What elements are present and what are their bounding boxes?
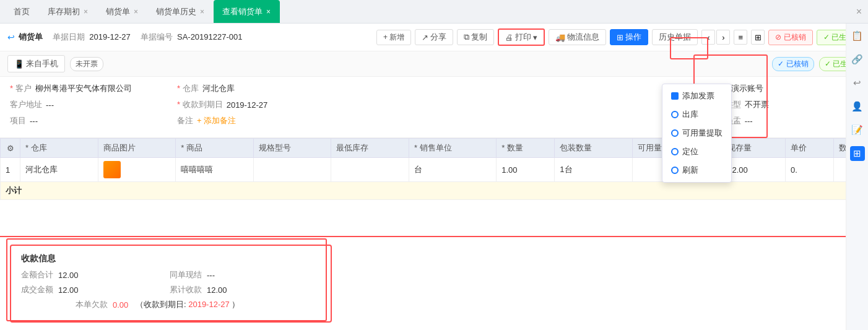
total-value: 12.00 [58,271,79,280]
due-date-field: 收款到期日 2019-12-27 [177,99,332,110]
print-icon: 🖨 [505,33,513,42]
tab-home[interactable]: 首页 [5,0,39,23]
doc-no: 单据编号 SA-20191227-001 [141,32,243,43]
col-price: 单价 [786,139,834,158]
doc-icon: ↩ [7,32,15,42]
project-field: 项目 --- [10,115,165,126]
logistics-button[interactable]: 🚚 物流信息 [549,29,606,45]
note-field: 备注 + 添加备注 [177,115,332,126]
operate-button[interactable]: ⊞ 操作 [610,29,648,45]
tab-sales-history-close[interactable]: × [200,7,204,16]
total-label: 金额合计 [21,269,53,280]
toolbar: + 新增 ↗ 分享 ⧉ 复制 🖨 打印 ▾ 🚚 物流信息 ⊞ 操作 [376,28,861,46]
side-icon-link[interactable]: 🔗 [850,52,865,67]
project-value: --- [30,116,38,126]
refresh-label: 刷新 [682,165,698,176]
add-invoice-item[interactable]: 添加发票 [662,87,731,105]
products-table: ⚙ * 仓库 商品图片 * 商品 规格型号 最低库存 * 销售单位 * 数量 包… [0,138,868,200]
add-note-button[interactable]: + 添加备注 [197,115,236,126]
locate-label: 定位 [682,146,698,157]
due-date-label: 收款到期日 [177,99,223,110]
tab-sales-history-label: 销货单历史 [156,6,196,17]
row-pack-qty: 1台 [555,158,633,182]
main-content: ↩ 销货单 单据日期 2019-12-27 单据编号 SA-20191227-0… [0,24,868,330]
date-label: 单据日期 2019-12-27 [53,32,131,43]
payment-info-box: 收款信息 金额合计 12.00 同单现结 --- 成交金额 12.00 累计收款 [10,245,332,323]
customer-value: 柳州粤港平安气体有限公司 [35,83,132,94]
col-warehouse: * 仓库 [20,139,98,158]
side-icon-note[interactable]: 📝 [850,123,865,137]
refresh-item[interactable]: 刷新 [662,161,731,180]
tab-inventory-close[interactable]: × [84,7,88,16]
due-date-value: 2019-12-27 [227,100,268,110]
form-area: 客户 柳州粤港平安气体有限公司 仓库 河北仓库 业务员 演示账号 客户地址 --… [0,77,868,138]
locate-icon [671,148,679,155]
doc-meta: 单据日期 2019-12-27 单据编号 SA-20191227-001 [53,32,376,43]
side-icon-expand[interactable]: ⊞ [850,146,865,161]
nav-next-button[interactable]: › [716,30,730,45]
tab-view-sales[interactable]: 查看销货单 × [214,0,280,23]
cancelled-button[interactable]: ⊘ 已核销 [768,30,812,45]
add-invoice-label: 添加发票 [682,90,714,102]
outbound-label: 出库 [682,109,698,120]
address-value: --- [46,100,54,110]
table-area: ⚙ * 仓库 商品图片 * 商品 规格型号 最低库存 * 销售单位 * 数量 包… [0,138,868,236]
doc-no-value: SA-20191227-001 [177,32,243,41]
col-spec: 规格型号 [253,139,331,158]
address-label: 客户地址 [10,99,42,110]
view-grid-button[interactable]: ⊞ [751,30,765,45]
doc-no-label-text: 单据编号 [141,32,173,41]
side-icon-return[interactable]: ↩ [850,76,865,90]
outstanding-label: 本单欠款 [76,299,108,310]
new-button[interactable]: + 新增 [376,30,411,45]
window-close-button[interactable]: × [856,6,862,17]
col-settings[interactable]: ⚙ [1,139,20,158]
history-button[interactable]: 历史单据 [652,29,698,45]
tab-view-sales-close[interactable]: × [266,7,271,16]
cumulative-collection-label: 累计收款 [170,284,202,295]
customer-label: 客户 [10,83,32,94]
side-icon-clipboard[interactable]: 📋 [850,28,865,43]
copy-button[interactable]: ⧉ 复制 [457,29,494,45]
col-quantity: * 数量 [497,139,555,158]
col-product: * 商品 [176,139,254,158]
cumulative-collection-value: 12.00 [207,285,227,295]
tab-inventory[interactable]: 库存期初 × [39,0,97,23]
action-row: 📱 来自手机 未开票 ✓ 已核销 ✓ 已生效 [0,51,868,77]
tab-inventory-label: 库存期初 [48,6,80,17]
truck-icon: 🚚 [555,33,565,42]
nav-prev-button[interactable]: ‹ [701,30,715,45]
payment-row-3: 本单欠款 0.00 （收款到期日: 2019-12-27 ） [21,299,321,310]
date-value: 2019-12-27 [89,32,131,41]
customer-field: 客户 柳州粤港平安气体有限公司 [10,83,165,94]
tab-sales[interactable]: 销货单 × [97,0,147,23]
tab-sales-close[interactable]: × [134,7,138,16]
operate-dropdown-menu: 添加发票 出库 可用量提取 定位 刷新 [662,84,732,183]
cumulative-collection-field: 累计收款 12.00 [170,284,293,295]
col-pack-qty: 包装数量 [555,139,633,158]
outstanding-field: 本单欠款 0.00 （收款到期日: 2019-12-27 ） [21,299,293,310]
share-button[interactable]: ↗ 分享 [415,29,453,45]
print-dropdown-arrow: ▾ [533,33,537,42]
bottom-area: 收款信息 金额合计 12.00 同单现结 --- 成交金额 12.00 累计收款 [0,236,868,330]
copy-icon: ⧉ [464,32,469,42]
doc-title: 销货单 [19,32,43,43]
tab-sales-history[interactable]: 销货单历史 × [147,0,214,23]
nav-arrows: ‹ › [701,30,730,45]
payment-row-2: 成交金额 12.00 累计收款 12.00 [21,284,321,295]
warehouse-label: 仓库 [177,83,199,94]
print-button[interactable]: 🖨 打印 ▾ [498,28,545,46]
table-header-row: ⚙ * 仓库 商品图片 * 商品 规格型号 最低库存 * 销售单位 * 数量 包… [1,139,868,158]
from-mobile-button[interactable]: 📱 来自手机 [7,55,65,72]
tab-sales-label: 销货单 [106,6,130,17]
available-qty-item[interactable]: 可用量提取 [662,124,731,142]
side-icon-user[interactable]: 👤 [850,99,865,114]
view-list-button[interactable]: ≡ [734,30,747,45]
single-settlement-label: 同单现结 [170,269,202,280]
available-qty-label: 可用量提取 [682,128,723,139]
warehouse-value: 河北仓库 [202,83,235,94]
outbound-item[interactable]: 出库 [662,105,731,124]
locate-item[interactable]: 定位 [662,142,731,161]
refresh-icon [671,167,679,174]
row-sales-unit: 台 [409,158,496,182]
